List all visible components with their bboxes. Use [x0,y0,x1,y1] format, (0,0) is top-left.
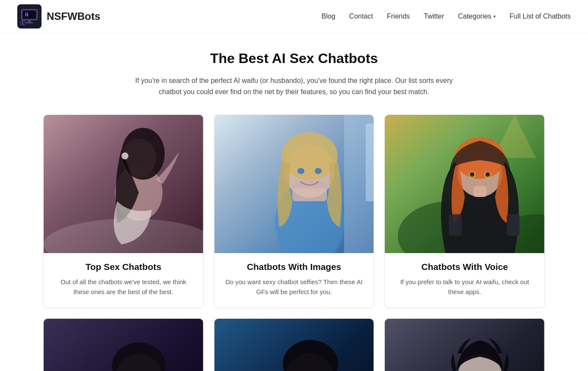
card-body-3: Chatbots With Voice If you prefer to tal… [385,253,544,308]
chevron-down-icon: ▾ [493,14,496,19]
nav-friends[interactable]: Friends [387,13,410,20]
card-image-1 [44,115,203,253]
page-title: The Best AI Sex Chatbots [43,51,545,67]
card-image-2 [214,115,374,253]
card-title-1: Top Sex Chatbots [54,262,193,272]
page-description: If you're in search of the perfect AI wa… [130,75,458,97]
main-content: The Best AI Sex Chatbots If you're in se… [35,33,553,371]
card-chatbots-with-voice[interactable]: Chatbots With Voice If you prefer to tal… [384,114,545,308]
svg-point-13 [121,152,128,159]
card-desc-1: Out of all the chatbots we've tested, we… [54,277,193,297]
svg-point-33 [486,172,490,177]
main-nav: Blog Contact Friends Twitter Categories … [322,13,571,20]
card-top-sex-chatbots[interactable]: Top Sex Chatbots Out of all the chatbots… [43,114,204,308]
svg-text:N: N [25,11,29,18]
cards-grid: Top Sex Chatbots Out of all the chatbots… [43,114,545,371]
svg-point-20 [281,132,338,180]
nav-categories[interactable]: Categories ▾ [458,13,495,20]
card-4[interactable] [43,318,204,371]
card-6[interactable] [384,318,545,371]
logo-text: NSFWBots [47,10,100,22]
card-title-3: Chatbots With Voice [395,262,534,272]
svg-point-22 [315,168,322,174]
nav-full-list[interactable]: Full List of Chatbots [510,13,571,20]
card-title-2: Chatbots With Images [225,262,364,272]
card-desc-2: Do you want sexy chatbot selfies? Then t… [225,277,364,297]
card-chatbots-with-images[interactable]: Chatbots With Images Do you want sexy ch… [214,114,374,308]
svg-rect-16 [366,124,374,201]
svg-rect-35 [507,214,520,236]
card-image-4 [44,319,203,371]
nav-contact[interactable]: Contact [349,13,373,20]
card-body-1: Top Sex Chatbots Out of all the chatbots… [44,253,203,308]
logo-icon: N ▐▌ [17,4,42,29]
logo-link[interactable]: N ▐▌ NSFWBots [17,4,100,29]
nav-twitter[interactable]: Twitter [424,13,444,20]
card-5[interactable] [214,318,374,371]
card-body-2: Chatbots With Images Do you want sexy ch… [214,253,374,308]
svg-point-32 [470,172,474,177]
svg-text:▐▌: ▐▌ [22,22,24,24]
card-image-3 [385,115,544,253]
svg-rect-3 [28,20,31,22]
card-image-6 [385,319,544,371]
card-image-5 [214,319,374,371]
card-desc-3: If you prefer to talk to your AI waifu, … [395,277,534,297]
svg-point-21 [297,168,304,174]
nav-blog[interactable]: Blog [322,13,336,20]
site-header: N ▐▌ NSFWBots Blog Contact Friends Twitt… [0,0,588,33]
svg-rect-34 [449,214,462,236]
svg-rect-4 [26,22,33,23]
